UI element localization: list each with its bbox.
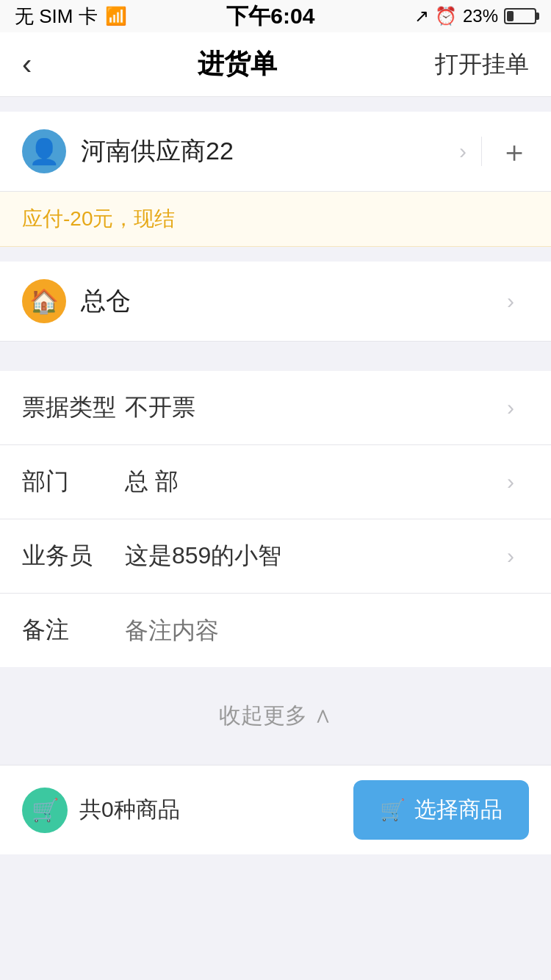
salesperson-chevron: › <box>507 544 514 569</box>
battery-pct: 23% <box>463 6 498 26</box>
collapse-button[interactable]: 收起更多 ∧ <box>219 701 331 731</box>
back-button[interactable]: ‹ <box>15 40 39 88</box>
supplier-chevron-icon: › <box>459 139 467 164</box>
salesperson-label: 业务员 <box>22 540 125 572</box>
carrier-text: 无 SIM 卡 <box>15 4 98 29</box>
select-goods-button[interactable]: 🛒 选择商品 <box>353 780 529 840</box>
add-supplier-button[interactable]: ＋ <box>500 131 529 172</box>
goods-count-wrap: 🛒 共0种商品 <box>22 788 180 833</box>
warehouse-chevron-icon: › <box>507 289 514 314</box>
collapse-section[interactable]: 收起更多 ∧ <box>0 682 551 750</box>
battery-icon <box>504 8 536 24</box>
remark-input[interactable] <box>125 617 529 644</box>
goods-icon-wrap: 🛒 <box>22 788 68 833</box>
mid-divider-2 <box>0 342 551 356</box>
invoice-type-label: 票据类型 <box>22 392 125 424</box>
mid-divider-1 <box>0 247 551 262</box>
top-divider <box>0 97 551 112</box>
goods-icon: 🛒 <box>32 797 59 823</box>
bottom-bar: 🛒 共0种商品 🛒 选择商品 <box>0 765 551 854</box>
warehouse-section: 🏠 总仓 › <box>0 262 551 342</box>
notice-bar: 应付-20元，现结 <box>0 192 551 247</box>
battery-fill <box>507 11 514 21</box>
invoice-type-row[interactable]: 票据类型 不开票 › <box>0 371 551 445</box>
supplier-section: 👤 河南供应商22 › ＋ 应付-20元，现结 <box>0 112 551 247</box>
vertical-divider <box>481 137 482 166</box>
supplier-row[interactable]: 👤 河南供应商22 › ＋ <box>0 112 551 192</box>
supplier-avatar: 👤 <box>22 129 66 173</box>
warehouse-icon-wrap: 🏠 <box>22 279 66 323</box>
department-row[interactable]: 部门 总 部 › <box>0 445 551 519</box>
open-pending-button[interactable]: 打开挂单 <box>435 48 529 81</box>
remark-label: 备注 <box>22 614 125 646</box>
warehouse-icon: 🏠 <box>29 287 59 315</box>
alarm-icon: ⏰ <box>435 6 457 26</box>
salesperson-value: 这是859的小智 <box>125 540 507 572</box>
warehouse-row[interactable]: 🏠 总仓 › <box>0 262 551 342</box>
invoice-type-value: 不开票 <box>125 392 507 424</box>
department-label: 部门 <box>22 466 125 498</box>
department-chevron: › <box>507 469 514 494</box>
gray-bottom-area <box>0 854 551 980</box>
status-right: ↗ ⏰ 23% <box>414 6 536 26</box>
salesperson-row[interactable]: 业务员 这是859的小智 › <box>0 519 551 594</box>
nav-bar: ‹ 进货单 打开挂单 <box>0 32 551 97</box>
select-goods-label: 选择商品 <box>414 795 503 825</box>
warehouse-name: 总仓 <box>81 284 507 318</box>
notice-text: 应付-20元，现结 <box>22 207 175 230</box>
department-value: 总 部 <box>125 466 507 498</box>
avatar-person-icon: 👤 <box>29 137 60 166</box>
remark-row[interactable]: 备注 <box>0 594 551 667</box>
wifi-icon: 📶 <box>105 6 127 26</box>
form-section: 票据类型 不开票 › 部门 总 部 › 业务员 这是859的小智 › 备注 <box>0 371 551 667</box>
invoice-type-chevron: › <box>507 395 514 420</box>
status-bar: 无 SIM 卡 📶 下午6:04 ↗ ⏰ 23% <box>0 0 551 32</box>
status-carrier: 无 SIM 卡 📶 <box>15 4 127 29</box>
supplier-name: 河南供应商22 <box>81 134 459 168</box>
page-title: 进货单 <box>198 46 277 82</box>
location-icon: ↗ <box>414 6 429 26</box>
status-time: 下午6:04 <box>226 1 314 32</box>
goods-count-text: 共0种商品 <box>79 795 180 825</box>
select-goods-icon: 🛒 <box>380 798 406 822</box>
